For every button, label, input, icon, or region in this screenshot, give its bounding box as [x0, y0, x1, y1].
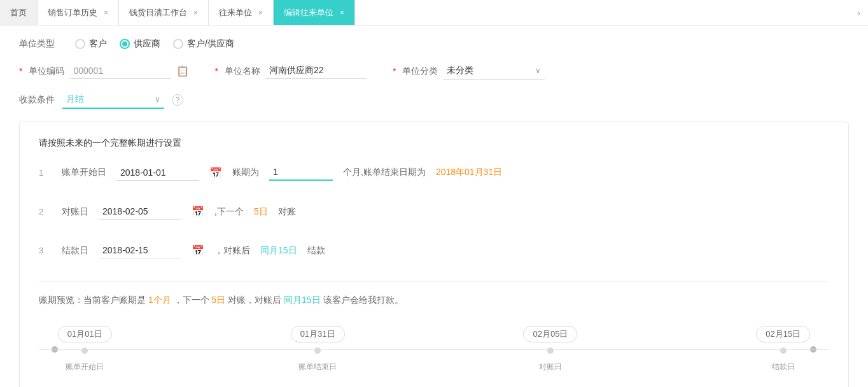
settings-card: 请按照未来的一个完整帐期进行设置 1 账单开始日 📅 账期为 个月,账单结束日期… — [19, 122, 849, 387]
tab-edit-partner[interactable]: 编辑往来单位 × — [274, 0, 355, 25]
row3-calendar-icon[interactable]: 📅 — [192, 244, 204, 257]
timeline-point-4: 02月15日 结款日 — [756, 326, 810, 372]
timeline-point-2: 01月31日 账单结束日 — [291, 326, 345, 372]
card-title: 请按照未来的一个完整帐期进行设置 — [39, 137, 829, 149]
row3-date-input[interactable] — [99, 243, 181, 258]
tab-cash-ledger-label: 钱货日清工作台 — [129, 7, 187, 18]
preview-prefix: 账期预览：当前客户账期是 — [39, 295, 146, 305]
tab-edit-partner-label: 编辑往来单位 — [284, 7, 333, 18]
radio-both-label: 客户/供应商 — [187, 38, 234, 50]
point-2-label: 账单结束日 — [298, 362, 337, 372]
tab-sales-order-label: 销售订单历史 — [48, 7, 97, 18]
row1-label: 账单开始日 — [62, 167, 106, 178]
row-num-1: 1 — [39, 168, 52, 178]
unit-category-select[interactable]: 未分类 ∨ — [443, 62, 545, 80]
unit-category-value: 未分类 — [447, 65, 535, 76]
tab-cash-ledger-close[interactable]: × — [193, 8, 198, 17]
row2-calendar-icon[interactable]: 📅 — [192, 206, 204, 218]
preview-text: 账期预览：当前客户账期是 1个月 ，下一个 5日 对账，对账后 同月15日 该客… — [39, 292, 829, 308]
tab-partner-units[interactable]: 往来单位 × — [209, 0, 274, 25]
unit-name-group: * 单位名称 — [214, 63, 367, 79]
main-content: 单位类型 客户 供应商 客户/供应商 * 单位编码 📋 * 单位名称 * 单位 — [0, 25, 868, 387]
payment-condition-select[interactable]: 月结 ∨ — [62, 91, 164, 109]
radio-supplier-label: 供应商 — [134, 38, 160, 50]
radio-both-circle — [173, 39, 183, 49]
preview-mid1: ，下一个 — [174, 295, 209, 305]
unit-code-icon[interactable]: 📋 — [176, 65, 189, 77]
payment-condition-value: 月结 — [66, 94, 155, 105]
unit-code-group: * 单位编码 📋 — [19, 63, 189, 79]
tab-cash-ledger[interactable]: 钱货日清工作台 × — [119, 0, 209, 25]
tab-sales-order-close[interactable]: × — [104, 8, 108, 17]
unit-code-star: * — [19, 66, 22, 76]
row2-suffix-prefix: ,下一个 — [214, 206, 244, 218]
preview-section: 账期预览：当前客户账期是 1个月 ，下一个 5日 对账，对账后 同月15日 该客… — [39, 281, 829, 383]
row3-label: 结款日 — [62, 245, 88, 257]
unit-type-label: 单位类型 — [19, 38, 55, 50]
preview-part2: 5日 — [211, 295, 225, 305]
preview-suffix: 该客户会给我打款。 — [323, 295, 403, 305]
row2-highlight: 5日 — [254, 206, 268, 218]
point-2-date: 01月31日 — [291, 326, 345, 342]
tab-partner-units-close[interactable]: × — [258, 8, 263, 17]
setting-row-1: 1 账单开始日 📅 账期为 个月,账单结束日期为 2018年01月31日 — [39, 164, 829, 186]
unit-name-star: * — [214, 66, 218, 76]
tab-home[interactable]: 首页 — [0, 0, 38, 25]
unit-code-label: 单位编码 — [29, 66, 64, 77]
row3-suffix-text: ，对账后 — [214, 245, 250, 257]
payment-condition-label: 收款条件 — [19, 94, 55, 106]
tab-edit-partner-close[interactable]: × — [340, 8, 344, 17]
radio-supplier[interactable]: 供应商 — [120, 38, 160, 50]
radio-both[interactable]: 客户/供应商 — [173, 38, 234, 50]
unit-name-label: 单位名称 — [225, 66, 260, 77]
unit-code-input[interactable] — [69, 63, 171, 79]
tab-home-label: 首页 — [10, 7, 27, 18]
unit-fields-row: * 单位编码 📋 * 单位名称 * 单位分类 未分类 ∨ — [19, 62, 849, 80]
unit-category-star: * — [393, 66, 396, 76]
unit-category-label: 单位分类 — [402, 66, 438, 77]
tab-more-button[interactable]: › — [850, 0, 868, 25]
chevron-right-icon: › — [857, 8, 860, 18]
unit-category-arrow: ∨ — [535, 66, 541, 75]
radio-supplier-circle — [120, 39, 130, 49]
row1-period-input[interactable] — [269, 164, 333, 181]
preview-mid2: 对账，对账后 — [228, 295, 281, 305]
unit-type-section: 单位类型 客户 供应商 客户/供应商 — [19, 38, 849, 50]
row1-highlight: 2018年01月31日 — [436, 167, 502, 178]
row1-suffix-text: 个月,账单结束日期为 — [343, 167, 426, 178]
point-4-date: 02月15日 — [756, 326, 810, 342]
timeline-points: 01月01日 账单开始日 01月31日 账单结束日 02月05日 对账日 — [58, 326, 810, 372]
row2-suffix-text: 对账 — [278, 206, 296, 218]
help-icon[interactable]: ? — [172, 94, 183, 106]
timeline: 01月01日 账单开始日 01月31日 账单结束日 02月05日 对账日 — [39, 326, 829, 372]
setting-row-3: 3 结款日 📅 ，对账后 同月15日 结款 — [39, 243, 829, 264]
row2-label: 对账日 — [62, 206, 88, 218]
payment-row: 收款条件 月结 ∨ ? — [19, 91, 849, 109]
point-1-date: 01月01日 — [58, 326, 112, 342]
point-3-label: 对账日 — [539, 362, 562, 372]
tab-bar: 首页 销售订单历史 × 钱货日清工作台 × 往来单位 × 编辑往来单位 × › — [0, 0, 868, 25]
tab-sales-order[interactable]: 销售订单历史 × — [38, 0, 119, 25]
row1-date-input[interactable] — [116, 165, 199, 181]
row-num-2: 2 — [39, 207, 52, 216]
row3-suffix-end: 结款 — [307, 245, 325, 257]
row1-calendar-icon[interactable]: 📅 — [209, 167, 222, 179]
setting-row-2: 2 对账日 📅 ,下一个 5日 对账 — [39, 204, 829, 225]
row1-middle-text: 账期为 — [232, 167, 259, 178]
preview-part3: 同月15日 — [284, 295, 321, 305]
unit-category-group: * 单位分类 未分类 ∨ — [393, 62, 545, 80]
row3-highlight: 同月15日 — [260, 245, 297, 257]
timeline-point-3: 02月05日 对账日 — [523, 326, 577, 372]
row-num-3: 3 — [39, 246, 52, 255]
point-2-dot — [314, 348, 321, 354]
timeline-point-1: 01月01日 账单开始日 — [58, 326, 112, 372]
preview-part1: 1个月 — [148, 295, 171, 305]
point-3-dot — [547, 348, 554, 354]
unit-name-input[interactable] — [265, 63, 367, 79]
row2-date-input[interactable] — [99, 204, 181, 220]
point-3-date: 02月05日 — [523, 326, 577, 342]
point-1-label: 账单开始日 — [66, 362, 104, 372]
radio-customer[interactable]: 客户 — [75, 38, 107, 50]
radio-customer-label: 客户 — [89, 38, 107, 50]
tab-partner-units-label: 往来单位 — [219, 7, 252, 18]
